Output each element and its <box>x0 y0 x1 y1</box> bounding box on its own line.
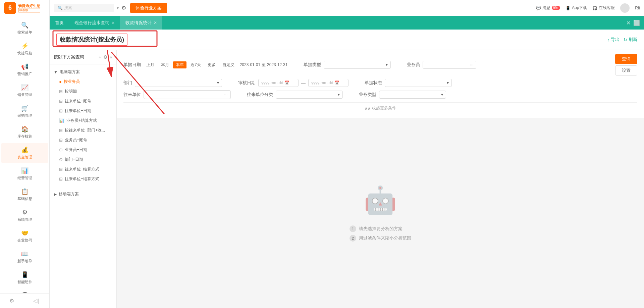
topbar-dropdown[interactable]: ▾ <box>117 6 119 10</box>
sidebar-item-hardware[interactable]: 📱 智能硬件 <box>1 268 48 288</box>
filter-row-1: 单据日期 上月 本月 本年 近7天 更多 自定义 <box>123 54 637 75</box>
logo-icon: 6 <box>4 2 16 14</box>
partner-label: 往来单位 <box>123 92 141 98</box>
date-tab-last-month[interactable]: 上月 <box>144 61 157 68</box>
online-service-btn[interactable]: 🎧 在线客服 <box>592 5 615 11</box>
review-date-from[interactable]: yyyy-mm-dd 📅 <box>258 79 299 87</box>
partner-category-select[interactable]: ▾ <box>276 91 343 99</box>
tab-bank-flow-close[interactable]: ✕ <box>111 20 115 25</box>
settings-bottom-icon[interactable]: ⚙ <box>8 296 15 305</box>
sidebar-item-system[interactable]: ⚙ 系统管理 <box>1 205 48 225</box>
partner-settlement2-icon: ⊞ <box>59 176 63 182</box>
quicknav-icon: ⚡ <box>21 42 29 50</box>
tree-section-mobile[interactable]: ▶ 移动端方案 <box>50 189 116 199</box>
filter-partner-item: 往来单位 ··· <box>123 90 231 99</box>
review-date-to[interactable]: yyyy-mm-dd 📅 <box>308 79 348 87</box>
collapse-sidebar-icon[interactable]: ◁‖ <box>32 296 41 305</box>
empty-robot-icon: 🤖 <box>364 185 397 216</box>
message-badge: 99+ <box>552 6 560 10</box>
filter-area: 单据日期 上月 本月 本年 近7天 更多 自定义 <box>117 50 644 118</box>
tree-item-partner-account[interactable]: ⊞ 往来单位+账号 <box>50 96 116 106</box>
date-tab-7days[interactable]: 近7天 <box>188 61 204 68</box>
biz-type-arrow: ▾ <box>441 92 443 97</box>
sidebar-item-finance[interactable]: 💰 资金管理 <box>1 143 48 163</box>
user-avatar[interactable] <box>620 3 630 13</box>
settings-btn[interactable]: 设置 <box>615 65 637 75</box>
left-panel-title: 按以下方案查询 <box>54 54 84 60</box>
date-tab-this-month[interactable]: 本月 <box>158 61 172 68</box>
sidebar-item-guide[interactable]: 📖 新手引导 <box>1 247 48 267</box>
sidebar-item-wechat[interactable]: 💬 企业微信 <box>1 289 48 293</box>
calendar-icon-1: 📅 <box>284 81 289 85</box>
sidebar-item-operations[interactable]: 📊 经营管理 <box>1 164 48 184</box>
export-btn[interactable]: ↑ 导出 <box>607 37 620 43</box>
sales-icon: 📈 <box>21 84 29 91</box>
tree-item-dept-date[interactable]: ⊙ 部门+日期 <box>50 155 116 164</box>
left-panel-actions: + ⚙ « <box>99 54 112 60</box>
collapse-more-btn[interactable]: ∧∧ 收起更多条件 <box>123 102 637 114</box>
sidebar-item-marketing[interactable]: 📢 营销推广 <box>1 60 48 80</box>
marketing-icon: 📢 <box>21 63 29 70</box>
tab-receipt-stats[interactable]: 收款情况统计 ✕ <box>120 16 162 30</box>
empty-step-1: 1 请先选择要分析的方案 <box>350 225 411 232</box>
query-btn[interactable]: 查询 <box>615 54 637 64</box>
sidebar-item-collab[interactable]: 🤝 企业协同 <box>1 226 48 246</box>
sidebar-item-purchase[interactable]: 🛒 采购管理 <box>1 101 48 121</box>
type-select[interactable]: ▾ <box>324 61 391 69</box>
empty-step-2: 2 用过滤条件来缩小分析范围 <box>350 235 411 242</box>
page-title: 收款情况统计(按业务员) <box>56 34 127 46</box>
tree-item-salesperson-account[interactable]: ⊞ 业务员+账号 <box>50 135 116 145</box>
partner-account-icon: ⊞ <box>59 99 63 104</box>
tree-item-partner-settlement1[interactable]: ⊞ 往来单位+结算方式 <box>50 164 116 174</box>
trial-btn[interactable]: 体验行业方案 <box>130 3 167 13</box>
tab-bank-flow[interactable]: 现金银行流水查询 ✕ <box>69 16 120 30</box>
biz-type-select[interactable]: ▾ <box>379 91 446 99</box>
tree-item-partner-dept[interactable]: ⊞ 按往来单位+部门+收... <box>50 125 116 135</box>
sidebar-item-inventory[interactable]: 🏠 库存核算 <box>1 122 48 142</box>
close-window-btn[interactable]: ✕ <box>626 20 631 26</box>
tree-item-partner-settlement2[interactable]: ⊞ 往来单位+结算方式 <box>50 174 116 184</box>
tree-item-salesperson[interactable]: ● 按业务员 <box>50 77 116 87</box>
tree-item-salesperson-date[interactable]: ⊙ 业务员+日期 <box>50 145 116 155</box>
page-header: 收款情况统计(按业务员) ↑ 导出 ↻ 刷新 <box>50 30 644 50</box>
maximize-btn[interactable]: ⬜ <box>633 20 640 26</box>
tab-home[interactable]: 首页 <box>50 16 69 30</box>
collapse-panel-btn[interactable]: « <box>110 54 112 60</box>
date-tab-custom[interactable]: 自定义 <box>220 61 237 68</box>
dept-select-arrow: ▾ <box>217 81 219 85</box>
sidebar-item-basics[interactable]: 📋 基础信息 <box>1 185 48 205</box>
dept-select[interactable]: ▾ <box>135 79 222 87</box>
tree-section-desktop[interactable]: ▼ 电脑端方案 <box>50 67 116 77</box>
message-btn[interactable]: 💬 消息 99+ <box>536 5 560 11</box>
partner-select[interactable]: ··· <box>144 90 231 99</box>
sidebar-item-quicknav[interactable]: ⚡ 快捷导航 <box>1 39 48 59</box>
tree-item-partner-date[interactable]: ⊞ 往来单位+日期 <box>50 106 116 116</box>
filter-row-3: 往来单位 ··· 往来单位分类 ▾ <box>123 90 637 99</box>
scheme-settings-btn[interactable]: ⚙ <box>103 54 108 60</box>
sidebar-item-sales[interactable]: 📈 销售管理 <box>1 81 48 101</box>
salesperson-account-icon: ⊞ <box>59 138 63 143</box>
refresh-btn[interactable]: ↻ 刷新 <box>624 37 637 43</box>
doc-status-arrow: ▾ <box>447 81 449 85</box>
salesperson-select[interactable]: ··· <box>423 61 476 69</box>
add-scheme-btn[interactable]: + <box>99 54 101 60</box>
finance-icon: 💰 <box>21 146 29 154</box>
collab-icon: 🤝 <box>21 229 29 237</box>
hardware-icon: 📱 <box>21 271 29 278</box>
date-label: 单据日期 <box>123 62 141 68</box>
app-download-btn[interactable]: 📱 App下载 <box>566 5 587 11</box>
filter-biz-type-item: 业务类型 ▾ <box>359 91 446 99</box>
doc-status-select[interactable]: ▾ <box>385 79 452 87</box>
date-tab-this-year[interactable]: 本年 <box>173 61 186 68</box>
collapse-icon: ∧∧ <box>365 106 371 111</box>
tab-receipt-stats-close[interactable]: ✕ <box>154 20 157 25</box>
tree-item-salesperson-settlement[interactable]: 📊 业务员+结算方式 <box>50 116 116 125</box>
filter-type-item: 单据类型 ▾ <box>304 61 391 69</box>
date-tab-more[interactable]: 更多 <box>205 61 218 68</box>
sidebar-item-search[interactable]: 🔍 搜索菜单 <box>1 18 48 38</box>
date-range: 2023-01-01 至 2023-12-31 <box>240 62 288 68</box>
tree-item-detail[interactable]: ⊞ 按明细 <box>50 87 116 96</box>
topbar-gear-icon[interactable]: ⚙ <box>121 5 126 11</box>
guide-icon: 📖 <box>21 250 29 258</box>
page-content: 收款情况统计(按业务员) ↑ 导出 ↻ 刷新 按以下方 <box>50 30 644 308</box>
